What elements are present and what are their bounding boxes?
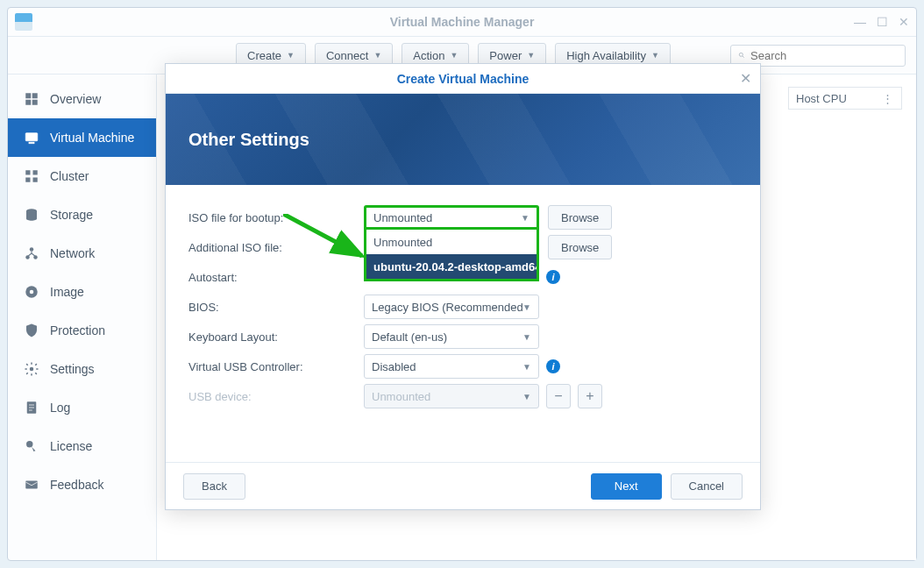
select-iso-boot[interactable]: Unmounted ▼ [364, 205, 539, 230]
app-icon [15, 13, 32, 31]
sidebar-item-settings[interactable]: Settings [8, 350, 156, 388]
modal-title: Create Virtual Machine [397, 72, 530, 86]
back-button[interactable]: Back [183, 473, 245, 500]
log-icon [24, 400, 39, 415]
sidebar: Overview Virtual Machine Cluster Storage… [8, 75, 157, 560]
svg-rect-4 [25, 100, 31, 105]
browse-iso-additional-button[interactable]: Browse [548, 235, 612, 259]
image-icon [24, 284, 39, 300]
svg-point-13 [30, 247, 34, 252]
create-vm-modal: Create Virtual Machine ✕ Other Settings … [165, 63, 761, 510]
caret-down-icon: ▼ [527, 51, 535, 60]
banner-title: Other Settings [188, 130, 309, 150]
svg-rect-24 [25, 481, 38, 489]
sidebar-item-overview[interactable]: Overview [8, 80, 156, 118]
select-bios[interactable]: Legacy BIOS (Recommended) ▼ [364, 295, 539, 319]
dropdown-option-ubuntu[interactable]: ubuntu-20.04.2-desktop-amd64 [366, 254, 537, 279]
browse-iso-boot-button[interactable]: Browse [548, 205, 612, 230]
modal-form: ISO file for bootup: Unmounted ▼ Browse … [166, 185, 760, 462]
close-window-icon[interactable]: ✕ [899, 15, 909, 29]
svg-rect-2 [25, 93, 31, 98]
sidebar-item-image[interactable]: Image [8, 273, 156, 311]
next-button[interactable]: Next [591, 473, 662, 500]
info-icon[interactable]: i [546, 359, 560, 373]
svg-rect-3 [32, 93, 38, 98]
vm-icon [24, 130, 39, 146]
overview-icon [24, 91, 39, 107]
caret-down-icon: ▼ [450, 51, 458, 60]
more-icon[interactable]: ⋮ [882, 92, 894, 105]
svg-point-17 [30, 290, 34, 295]
modal-header: Create Virtual Machine ✕ [166, 64, 760, 94]
sidebar-item-network[interactable]: Network [8, 234, 156, 273]
network-icon [24, 245, 39, 261]
caret-down-icon: ▼ [522, 362, 531, 372]
svg-line-1 [743, 56, 744, 58]
svg-point-23 [26, 441, 33, 448]
svg-rect-9 [33, 170, 38, 174]
search-input[interactable] [750, 49, 898, 62]
caret-down-icon: ▼ [287, 51, 295, 60]
caret-down-icon: ▼ [522, 332, 531, 342]
select-usb-device: Unmounted ▼ [364, 384, 539, 408]
svg-rect-5 [32, 100, 38, 105]
caret-down-icon: ▼ [521, 213, 530, 223]
label-iso-additional: Additional ISO file: [188, 241, 364, 254]
sidebar-item-storage[interactable]: Storage [8, 195, 156, 234]
label-iso-boot: ISO file for bootup: [188, 211, 364, 224]
svg-rect-10 [25, 178, 30, 182]
svg-rect-8 [25, 170, 30, 174]
protection-icon [24, 323, 39, 338]
license-icon [24, 438, 39, 454]
maximize-icon[interactable]: ☐ [877, 15, 888, 29]
select-usb-controller[interactable]: Disabled ▼ [364, 354, 539, 379]
add-usb-button[interactable]: + [578, 384, 602, 408]
sidebar-item-virtual-machine[interactable]: Virtual Machine [8, 118, 156, 157]
label-usb-controller: Virtual USB Controller: [188, 360, 364, 373]
sidebar-item-feedback[interactable]: Feedback [8, 465, 156, 504]
svg-rect-7 [29, 142, 34, 144]
svg-point-18 [30, 367, 34, 372]
dropdown-option-unmounted[interactable]: Unmounted [366, 230, 537, 254]
caret-down-icon: ▼ [522, 392, 531, 401]
feedback-icon [24, 477, 39, 493]
close-icon[interactable]: ✕ [740, 70, 751, 87]
info-icon[interactable]: i [546, 270, 560, 284]
sidebar-item-protection[interactable]: Protection [8, 311, 156, 350]
svg-rect-6 [25, 133, 38, 141]
caret-down-icon: ▼ [373, 51, 381, 60]
cluster-icon [24, 168, 39, 184]
label-keyboard: Keyboard Layout: [188, 330, 364, 344]
caret-down-icon: ▼ [651, 51, 659, 60]
select-keyboard[interactable]: Default (en-us) ▼ [364, 324, 539, 349]
label-usb-device: USB device: [188, 390, 364, 403]
sidebar-item-cluster[interactable]: Cluster [8, 157, 156, 195]
remove-usb-button[interactable]: − [546, 384, 571, 408]
label-bios: BIOS: [188, 301, 364, 314]
caret-down-icon: ▼ [522, 302, 531, 312]
sidebar-item-license[interactable]: License [8, 427, 156, 465]
cancel-button[interactable]: Cancel [671, 473, 743, 500]
storage-icon [24, 207, 39, 223]
label-autostart: Autostart: [188, 271, 364, 284]
column-host-cpu[interactable]: Host CPU ⋮ [788, 87, 902, 110]
svg-point-0 [739, 53, 743, 56]
modal-banner: Other Settings [166, 94, 760, 185]
minimize-icon[interactable]: — [854, 15, 866, 29]
window-title: Virtual Machine Manager [390, 15, 535, 29]
modal-footer: Back Next Cancel [166, 462, 760, 509]
sidebar-item-log[interactable]: Log [8, 388, 156, 427]
settings-icon [24, 361, 39, 377]
iso-boot-dropdown: Unmounted ubuntu-20.04.2-desktop-amd64 [364, 227, 539, 281]
titlebar: Virtual Machine Manager — ☐ ✕ [8, 8, 916, 36]
svg-rect-11 [33, 178, 38, 182]
search-icon [738, 49, 745, 61]
